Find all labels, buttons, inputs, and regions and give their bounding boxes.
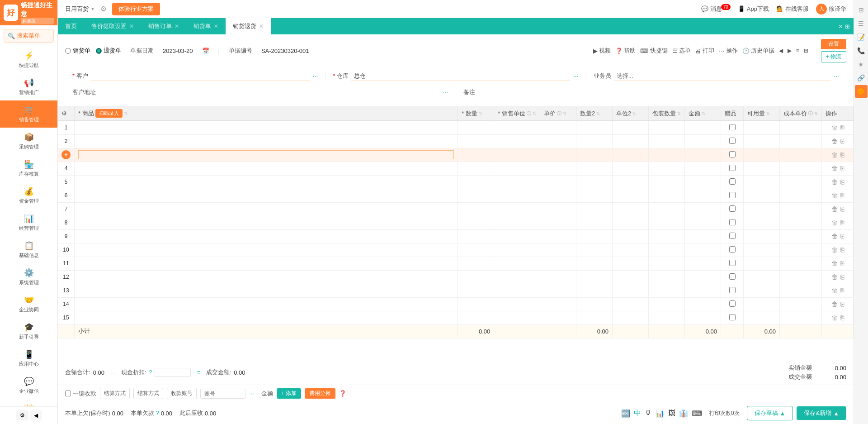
amount-cell[interactable] — [685, 297, 721, 311]
taskbar-icon-7[interactable]: ⌨ — [692, 409, 702, 418]
qty2-cell[interactable] — [576, 148, 613, 162]
pkg-cell[interactable] — [649, 284, 685, 297]
product-cell[interactable] — [75, 311, 458, 324]
unit2-cell[interactable] — [613, 202, 649, 216]
sidebar-item-quicknav[interactable]: ⚡ 快捷导航 — [0, 46, 57, 73]
delete-row-icon[interactable]: 🗑 — [831, 287, 838, 294]
price-info-icon[interactable]: ⓘ — [557, 110, 561, 117]
qty-cell[interactable] — [458, 270, 494, 284]
pkg-cell[interactable] — [649, 229, 685, 243]
gift-checkbox[interactable] — [729, 273, 736, 280]
available-cell[interactable] — [744, 121, 780, 134]
copy-row-icon[interactable]: ⎘ — [840, 205, 844, 213]
gift-checkbox[interactable] — [729, 192, 736, 198]
sidebar-collapse-btn[interactable]: ◀ — [30, 410, 42, 420]
tab-home[interactable]: 首页 — [58, 18, 84, 34]
price-cell[interactable] — [540, 257, 576, 270]
right-btn-phone[interactable]: 📞 — [855, 44, 868, 57]
gift-checkbox[interactable] — [729, 178, 736, 185]
pkg-cell[interactable] — [649, 297, 685, 311]
available-cell[interactable] — [744, 189, 780, 202]
amount-cell[interactable] — [685, 311, 721, 324]
tab-close-sales-order[interactable]: ✕ — [175, 23, 179, 29]
amount-cell[interactable] — [685, 216, 721, 229]
unit-cell[interactable] — [494, 284, 540, 297]
sidebar-settings-btn[interactable]: ⚙ — [16, 410, 28, 420]
notification-item[interactable]: 💬 消息 70 — [701, 5, 731, 13]
amount-cell[interactable] — [685, 175, 721, 189]
price-cell[interactable] — [540, 216, 576, 229]
tab-close-sales-delivery[interactable]: ✕ — [214, 23, 218, 29]
column-settings-icon[interactable]: ⚙ — [61, 110, 67, 117]
calc-method-btn[interactable]: 结算方式 — [100, 388, 130, 399]
taskbar-icon-1[interactable]: 🔤 — [621, 409, 630, 418]
copy-row-icon[interactable]: ⎘ — [840, 138, 844, 145]
product-cell[interactable] — [75, 202, 458, 216]
pkg-cell[interactable] — [649, 175, 685, 189]
pkg-cell[interactable] — [649, 243, 685, 257]
cost-cell[interactable] — [780, 297, 822, 311]
qty2-cell[interactable] — [576, 202, 613, 216]
radio-return[interactable]: 退货单 — [96, 47, 121, 55]
cost-cell[interactable] — [780, 148, 822, 162]
delete-row-icon[interactable]: 🗑 — [831, 260, 838, 267]
scan-input-button[interactable]: 扫码录入 — [95, 109, 123, 118]
sidebar-item-wechat[interactable]: 💬 企业微信 — [0, 372, 57, 399]
unit-cell[interactable] — [494, 257, 540, 270]
available-cell[interactable] — [744, 202, 780, 216]
qty2-cell[interactable] — [576, 134, 613, 148]
nav-prev-icon[interactable]: ◀ — [779, 48, 783, 54]
taskbar-icon-3[interactable]: 🎙 — [645, 409, 652, 417]
pkg-cell[interactable] — [649, 257, 685, 270]
right-btn-star[interactable]: ★ — [855, 58, 868, 71]
qty-cell[interactable] — [458, 229, 494, 243]
discount-input[interactable] — [155, 368, 191, 377]
price-cell[interactable] — [540, 297, 576, 311]
delete-row-icon[interactable]: 🗑 — [831, 151, 838, 158]
sort-unit2-icon[interactable]: ⇅ — [632, 111, 636, 116]
gift-checkbox[interactable] — [729, 314, 736, 320]
unit-cell[interactable] — [494, 243, 540, 257]
available-cell[interactable] — [744, 175, 780, 189]
unit-cell[interactable] — [494, 311, 540, 324]
pkg-cell[interactable] — [649, 162, 685, 175]
copy-row-icon[interactable]: ⎘ — [840, 273, 844, 281]
gift-checkbox[interactable] — [729, 138, 736, 144]
operate-toolbar-item[interactable]: ⋯ 操作 — [719, 47, 738, 55]
staff-input[interactable] — [614, 71, 831, 81]
sidebar-item-vip[interactable]: 👑 畅会员 — [0, 399, 57, 406]
cost-cell[interactable] — [780, 202, 822, 216]
qty2-cell[interactable] — [576, 189, 613, 202]
product-cell[interactable] — [75, 284, 458, 297]
price-cell[interactable] — [540, 202, 576, 216]
select-toolbar-item[interactable]: ☰ 选单 — [672, 47, 691, 55]
tab-sales-order[interactable]: 销售订单 ✕ — [141, 18, 186, 34]
qty-cell[interactable] — [458, 134, 494, 148]
one-click-pay-checkbox[interactable]: 一键收款 — [65, 390, 96, 398]
pkg-cell[interactable] — [649, 189, 685, 202]
product-cell[interactable] — [75, 175, 458, 189]
copy-row-icon[interactable]: ⎘ — [840, 124, 844, 131]
copy-row-icon[interactable]: ⎘ — [840, 287, 844, 294]
business-type-dropdown[interactable]: 日用百货 ▼ — [65, 5, 95, 13]
unit-cell[interactable] — [494, 270, 540, 284]
qty2-cell[interactable] — [576, 270, 613, 284]
pkg-cell[interactable] — [649, 216, 685, 229]
tab-sales-delivery[interactable]: 销货单 ✕ — [186, 18, 226, 34]
amount-cell[interactable] — [685, 162, 721, 175]
qty-cell[interactable] — [458, 148, 494, 162]
copy-row-icon[interactable]: ⎘ — [840, 233, 844, 240]
split-btn[interactable]: 费用分摊 — [305, 388, 335, 399]
pkg-cell[interactable] — [649, 202, 685, 216]
radio-return-input[interactable] — [96, 48, 102, 54]
amount-cell[interactable] — [685, 284, 721, 297]
cost-cell[interactable] — [780, 175, 822, 189]
qty2-cell[interactable] — [576, 243, 613, 257]
cost-cell[interactable] — [780, 189, 822, 202]
copy-row-icon[interactable]: ⎘ — [840, 246, 844, 253]
unit2-cell[interactable] — [613, 229, 649, 243]
price-cell[interactable] — [540, 121, 576, 134]
amount-cell[interactable] — [685, 257, 721, 270]
price-cell[interactable] — [540, 311, 576, 324]
pkg-cell[interactable] — [649, 270, 685, 284]
